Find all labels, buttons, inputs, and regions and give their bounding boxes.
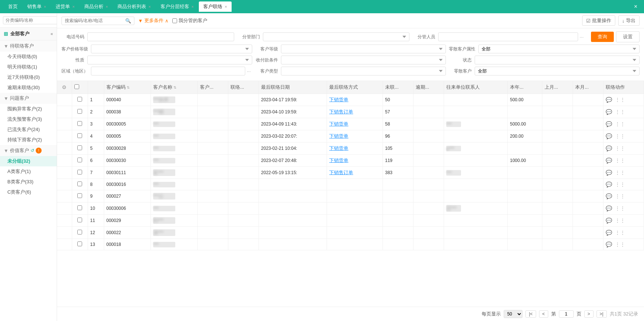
row-check-cell[interactable] bbox=[72, 130, 88, 142]
page-size-select[interactable]: 50 100 200 bbox=[504, 310, 522, 318]
row-last-method-cell[interactable]: 下销货单 bbox=[327, 130, 383, 142]
this-month-col-header[interactable]: 本月... bbox=[573, 81, 603, 94]
filter-phone-input[interactable] bbox=[87, 32, 234, 41]
tab-purchase[interactable]: 进货单 × bbox=[51, 1, 79, 12]
last-method-link[interactable]: 下销售订单 bbox=[329, 109, 353, 114]
row-check-cell[interactable] bbox=[72, 202, 88, 215]
filter-region-input[interactable] bbox=[91, 67, 245, 75]
filter-customer-type-select[interactable] bbox=[281, 67, 446, 75]
batch-ops-button[interactable]: ☑ 批量操作 bbox=[582, 15, 615, 26]
tab-analysis-list[interactable]: 商品分析列表 × bbox=[113, 1, 155, 12]
not-contacted-col-header[interactable]: 未联... bbox=[383, 81, 413, 94]
last-method-col-header[interactable]: 最后联络方式 bbox=[327, 81, 383, 94]
region-more-icon[interactable]: ··· bbox=[245, 68, 252, 74]
row-check-cell[interactable] bbox=[72, 94, 88, 106]
menu-action-icon[interactable]: ⋮⋮ bbox=[615, 230, 625, 236]
menu-action-icon[interactable]: ⋮⋮ bbox=[615, 109, 625, 115]
sidebar-group-value[interactable]: ▼ 价值客户 ↺ ! bbox=[0, 145, 57, 156]
last-method-link[interactable]: 下销货单 bbox=[329, 133, 348, 139]
overdue-col-header[interactable]: 逾期... bbox=[413, 81, 444, 94]
contact-action-icon[interactable]: 💬 bbox=[606, 121, 612, 127]
tab-sales[interactable]: 销售单 × bbox=[23, 1, 50, 12]
row-last-method-cell[interactable]: 下销货单 bbox=[327, 94, 383, 106]
row-check-cell[interactable] bbox=[72, 227, 88, 239]
first-page-button[interactable]: |< bbox=[525, 310, 536, 318]
contact-col-header[interactable]: 联络... bbox=[228, 81, 259, 94]
filter-my-customers[interactable]: 我分管的客户 bbox=[172, 17, 207, 24]
row-last-method-cell[interactable] bbox=[327, 190, 383, 202]
gear-icon[interactable]: ⚙ bbox=[62, 84, 67, 90]
row-check-cell[interactable] bbox=[72, 106, 88, 118]
refresh-icon[interactable]: ↺ bbox=[31, 148, 34, 153]
menu-action-icon[interactable]: ⋮⋮ bbox=[615, 218, 625, 223]
row-checkbox[interactable] bbox=[77, 145, 82, 150]
row-checkbox[interactable] bbox=[77, 218, 82, 222]
sidebar-collapse-icon[interactable]: « bbox=[50, 31, 53, 36]
row-last-method-cell[interactable]: 下销售订单 bbox=[327, 106, 383, 118]
last-method-link[interactable]: 下销售订单 bbox=[329, 170, 353, 175]
contact-action-icon[interactable]: 💬 bbox=[606, 218, 612, 223]
menu-action-icon[interactable]: ⋮⋮ bbox=[615, 193, 625, 199]
filter-nature-select[interactable] bbox=[87, 56, 252, 64]
filter-customer-level-select[interactable] bbox=[281, 45, 446, 53]
tab-customer-seg[interactable]: 客户分层经客 × bbox=[156, 1, 198, 12]
contact-action-icon[interactable]: 💬 bbox=[606, 205, 612, 211]
sidebar-item-declining[interactable]: 持续下滑客户(2) bbox=[0, 135, 57, 145]
menu-action-icon[interactable]: ⋮⋮ bbox=[615, 181, 625, 187]
contact-action-icon[interactable]: 💬 bbox=[606, 241, 612, 247]
select-all-checkbox[interactable] bbox=[74, 84, 79, 89]
last-date-col-header[interactable]: 最后联络日期 bbox=[259, 81, 327, 94]
filter-retail-attr-select[interactable]: 全部 bbox=[478, 45, 640, 53]
menu-action-icon[interactable]: ⋮⋮ bbox=[615, 121, 625, 127]
last-page-button[interactable]: >| bbox=[597, 310, 607, 318]
row-checkbox[interactable] bbox=[77, 121, 82, 126]
tab-purchase-close[interactable]: × bbox=[72, 4, 74, 9]
row-checkbox[interactable] bbox=[77, 205, 82, 210]
tab-customer-seg-close[interactable]: × bbox=[191, 4, 194, 9]
contact-action-icon[interactable]: 💬 bbox=[606, 145, 612, 151]
sidebar-item-churned[interactable]: 已流失客户(24) bbox=[0, 124, 57, 135]
row-check-cell[interactable] bbox=[72, 179, 88, 190]
tab-customer-contact-close[interactable]: × bbox=[225, 4, 227, 9]
type-col-header[interactable]: 客户... bbox=[198, 81, 228, 94]
checkbox-col-header[interactable] bbox=[72, 81, 88, 94]
tab-sales-close[interactable]: × bbox=[44, 4, 46, 9]
window-close-button[interactable]: × bbox=[631, 3, 640, 10]
filter-status-select[interactable] bbox=[475, 56, 640, 64]
query-button[interactable]: 查询 bbox=[591, 32, 614, 42]
row-last-method-cell[interactable] bbox=[327, 227, 383, 239]
sidebar-item-type-b[interactable]: B类客户(33) bbox=[0, 177, 57, 187]
filter-search-input[interactable] bbox=[65, 18, 124, 23]
settings-col-header[interactable]: ⚙ bbox=[57, 81, 72, 94]
last-month-col-header[interactable]: 上月... bbox=[542, 81, 573, 94]
more-icon[interactable]: ··· bbox=[578, 34, 585, 40]
menu-action-icon[interactable]: ⋮⋮ bbox=[615, 145, 625, 151]
tab-analysis[interactable]: 商品分析 × bbox=[80, 1, 112, 12]
row-checkbox[interactable] bbox=[77, 97, 82, 102]
row-last-method-cell[interactable]: 下销货单 bbox=[327, 118, 383, 130]
last-method-link[interactable]: 下销货单 bbox=[329, 97, 348, 102]
last-method-link[interactable]: 下销货单 bbox=[329, 121, 348, 127]
sidebar-item-type-a[interactable]: A类客户(1) bbox=[0, 166, 57, 177]
row-last-method-cell[interactable]: 下销货单 bbox=[327, 142, 383, 155]
row-check-cell[interactable] bbox=[72, 118, 88, 130]
last-method-link[interactable]: 下销货单 bbox=[329, 145, 348, 151]
menu-action-icon[interactable]: ⋮⋮ bbox=[615, 158, 625, 163]
contact-action-icon[interactable]: 💬 bbox=[606, 97, 612, 103]
filter-payment-select[interactable] bbox=[281, 56, 446, 64]
sidebar-item-type-c[interactable]: C类客户(6) bbox=[0, 187, 57, 197]
row-check-cell[interactable] bbox=[72, 215, 88, 227]
contact-action-icon[interactable]: 💬 bbox=[606, 181, 612, 187]
row-last-method-cell[interactable] bbox=[327, 215, 383, 227]
tab-analysis-list-close[interactable]: × bbox=[148, 4, 151, 9]
contact-action-icon[interactable]: 💬 bbox=[606, 109, 612, 115]
next-page-button[interactable]: > bbox=[584, 310, 594, 318]
sidebar-item-7day-contact[interactable]: 近7天待联络(0) bbox=[0, 72, 57, 82]
row-last-method-cell[interactable]: 下销货单 bbox=[327, 155, 383, 167]
row-checkbox[interactable] bbox=[77, 170, 82, 174]
export-button[interactable]: ↓ 导出 bbox=[618, 15, 640, 26]
sidebar-item-today-contact[interactable]: 今天待联络(0) bbox=[0, 52, 57, 62]
row-checkbox[interactable] bbox=[77, 193, 82, 198]
sidebar-group-problem[interactable]: ▼ 问题客户 bbox=[0, 93, 57, 104]
my-customers-checkbox[interactable] bbox=[172, 18, 177, 23]
